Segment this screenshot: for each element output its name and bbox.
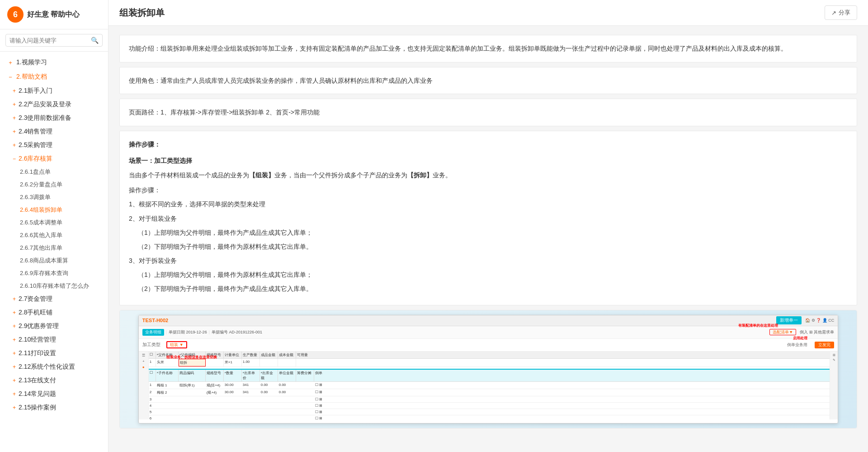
sim-icons: 🏠 ⚙ ❓ 👤 CC (805, 318, 834, 323)
sidebar-item-purchase[interactable]: + 2.5采购管理 (0, 138, 108, 152)
sidebar-item-coupon[interactable]: + 2.9优惠券管理 (0, 319, 108, 333)
logo-area: 6 好生意 帮助中心 (0, 0, 108, 29)
plus-icon-s21: + (13, 88, 16, 94)
sidebar-item-sales[interactable]: + 2.4销售管理 (0, 125, 108, 138)
plus-icon-s212: + (13, 364, 16, 370)
sidebar-label-s21: 2.1新手入门 (19, 87, 52, 95)
sidebar-item-custom[interactable]: + 2.12系统个性化设置 (0, 360, 108, 374)
intro-section-1: 功能介绍：组装拆卸单用来处理企业组装或拆卸等加工业务，支持有固定装配清单的产品加… (119, 35, 857, 62)
step3-sub2: （2）下部明细为子件明细，最终作为产成品生成其它入库单。 (138, 283, 848, 295)
plus-icon-s28: + (13, 309, 16, 316)
sidebar-leaf-269[interactable]: 2.6.9库存账本查询 (0, 267, 108, 280)
scenario1-title: 场景一：加工类型选择 (129, 155, 848, 167)
sidebar-leaf-268[interactable]: 2.6.8商品成本重算 (0, 254, 108, 267)
plus-icon-s210: + (13, 337, 16, 343)
sidebar-leaf-265[interactable]: 2.6.5成本调整单 (0, 216, 108, 229)
plus-icon-s1: + (7, 59, 14, 66)
sim-lower-row4: 4 ☐ ⊞ (149, 403, 830, 409)
sim-lower-row5: 5 ☐ ⊞ (149, 409, 830, 415)
sim-icon2: + (142, 359, 145, 363)
plus-icon-s25: + (13, 142, 16, 148)
sidebar-label-s2: 2.帮助文档 (16, 73, 47, 81)
content-area: 功能介绍：组装拆卸单用来处理企业组装或拆卸等加工业务，支持有固定装配清单的产品加… (108, 26, 868, 452)
step2: 2、对于组装业务 (129, 213, 848, 224)
sim-table-area: ☰ + ● ☐ *父件名称 *父件编码 规格型号 (139, 352, 838, 419)
nav-tree: + 1.视频学习 − 2.帮助文档 + 2.1新手入门 + 2.2产品安装及登录 (0, 52, 108, 452)
sidebar-item-video-learning[interactable]: + 1.视频学习 (0, 55, 108, 70)
sim-lower-row3: 3 ☐ ⊞ (149, 396, 830, 403)
sidebar-leaf-262[interactable]: 2.6.2分量盘点单 (0, 178, 108, 191)
plus-icon-s213: + (13, 377, 16, 384)
sidebar-label-s22: 2.2产品安装及登录 (19, 100, 71, 109)
sim-table: ☐ *父件名称 *父件编码 规格型号 计量单位 生产数量 成品金额 成本金额 可… (149, 352, 830, 419)
sidebar-item-help-docs[interactable]: − 2.帮助文档 (0, 70, 108, 84)
sim-toolbar-btn1: 业务明细 (142, 329, 164, 336)
step3-sub1: （1）上部明细为父件明细，最终作为原材料生成其它出库单； (138, 269, 848, 281)
sidebar-item-new-user[interactable]: + 2.1新手入门 (0, 84, 108, 98)
sidebar-item-print[interactable]: + 2.11打印设置 (0, 347, 108, 360)
sim-toolbar: 业务明细 | 单据日期 2019-12-26 | 单据编号 AD-2019122… (139, 326, 838, 339)
sidebar-leaf-267[interactable]: 2.6.7其他出库单 (0, 242, 108, 254)
sim-bom-area: 选配清单▼ 有装配清单的在这里处理 (769, 329, 796, 335)
sim-date-label: 单据日期 2019-12-26 (169, 329, 207, 335)
sim-no-label: 单据编号 AD-20191226-001 (212, 329, 262, 335)
sim-type-btn: 组装 ▼ (166, 341, 187, 348)
sim-confirm-btn: 立发完 (815, 342, 834, 348)
sim-process-area: 倒单业务用 启用处理 (787, 342, 807, 348)
sidebar-item-cases[interactable]: + 2.15操作案例 (0, 401, 108, 414)
sidebar-label-s23: 2.3使用前数据准备 (19, 114, 71, 122)
sidebar-leaf-264[interactable]: 2.6.4组装拆卸单 (0, 204, 108, 216)
screenshot-container: TEST-H002 新增单一 🏠 ⚙ ❓ 👤 CC 业务明细 | 单据日期 20… (119, 310, 857, 428)
sidebar-item-install[interactable]: + 2.2产品安装及登录 (0, 98, 108, 111)
sidebar-label-s26: 2.6库存核算 (19, 155, 52, 163)
sim-process-label: 倒单业务用 (787, 343, 807, 347)
sim-logo: TEST-H002 (142, 318, 168, 323)
sim-upper-header: ☐ *父件名称 *父件编码 规格型号 计量单位 生产数量 成品金额 成本金额 可… (149, 352, 830, 359)
sidebar-label-s24: 2.4销售管理 (19, 128, 52, 136)
sim-lower-row1: 1 梅核 1 组拆(单1) 规(括+4) 30.00 341 0.00 0.00… (149, 382, 830, 389)
sim-upper-row1: 1 头米 组拆 米+1 1.00 (149, 359, 830, 367)
share-icon: ↗ (831, 10, 836, 16)
minus-icon-s26: − (13, 156, 16, 162)
sim-tab-new: 新增单一 (776, 316, 802, 324)
sidebar-item-faq[interactable]: + 2.14常见问题 (0, 387, 108, 401)
sim-side-icons: ☰ + ● (139, 352, 149, 419)
nav-sub-items-s2: + 2.1新手入门 + 2.2产品安装及登录 + 2.3使用前数据准备 + 2.… (0, 84, 108, 414)
plus-icon-s23: + (13, 115, 16, 121)
sidebar-item-payment[interactable]: + 2.13在线支付 (0, 374, 108, 387)
sidebar-item-mobile[interactable]: + 2.8手机旺铺 (0, 306, 108, 319)
sidebar-label-s29: 2.9优惠券管理 (19, 322, 59, 330)
plus-icon-s29: + (13, 323, 16, 329)
sidebar-leaf-266[interactable]: 2.6.6其他入库单 (0, 229, 108, 242)
step2-sub1: （1）上部明细为父件明细，最终作为产成品生成其它入库单； (138, 227, 848, 238)
plus-icon-s214: + (13, 391, 16, 397)
sidebar: 6 好生意 帮助中心 🔍 + 1.视频学习 − 2.帮助文档 (0, 0, 108, 452)
intro-text-1: 功能介绍：组装拆卸单用来处理企业组装或拆卸等加工业务，支持有固定装配清单的产品加… (129, 43, 848, 55)
search-area: 🔍 (0, 29, 108, 52)
sidebar-leaf-261[interactable]: 2.6.1盘点单 (0, 166, 108, 178)
steps-heading: 操作步骤： (129, 138, 848, 151)
sidebar-leaf-263[interactable]: 2.6.3调拨单 (0, 191, 108, 204)
search-button[interactable]: 🔍 (91, 37, 99, 44)
nav-section-1: + 1.视频学习 (0, 55, 108, 70)
main-panel: 组装拆卸单 ↗ 分享 功能介绍：组装拆卸单用来处理企业组装或拆卸等加工业务，支持… (108, 0, 868, 452)
sidebar-label-s25: 2.5采购管理 (19, 141, 52, 149)
annotation-type: 组装业务、拆卸业务在这里切换 (166, 355, 217, 360)
share-button[interactable]: ↗ 分享 (825, 5, 857, 20)
sidebar-item-finance[interactable]: + 2.7资金管理 (0, 292, 108, 306)
steps-label-2: 操作步骤： (129, 185, 848, 196)
sim-toolbar-sep: | (166, 330, 167, 334)
sidebar-label-s215: 2.15操作案例 (19, 404, 56, 412)
sidebar-item-data-prep[interactable]: + 2.3使用前数据准备 (0, 111, 108, 125)
sidebar-label-s1: 1.视频学习 (16, 58, 47, 67)
steps-section: 操作步骤： 场景一：加工类型选择 当由多个子件材料组装成一个成品的业务为【组装】… (119, 131, 857, 305)
scenario1-desc: 当由多个子件材料组装成一个成品的业务为【组装】业务，当由一个父件拆分成多个子产品… (129, 170, 848, 181)
nav-section-2: − 2.帮助文档 + 2.1新手入门 + 2.2产品安装及登录 + 2.3使用前… (0, 70, 108, 414)
sidebar-leaf-2610[interactable]: 2.6.10库存账本错了怎么办 (0, 280, 108, 292)
sim-lower-row6: 6 ☐ ⊞ (149, 415, 830, 419)
plus-icon-s215: + (13, 404, 16, 411)
minus-icon-s2: − (7, 74, 14, 81)
sidebar-item-inventory[interactable]: − 2.6库存核算 (0, 152, 108, 166)
search-input[interactable] (9, 37, 91, 44)
sidebar-item-management[interactable]: + 2.10经营管理 (0, 333, 108, 347)
